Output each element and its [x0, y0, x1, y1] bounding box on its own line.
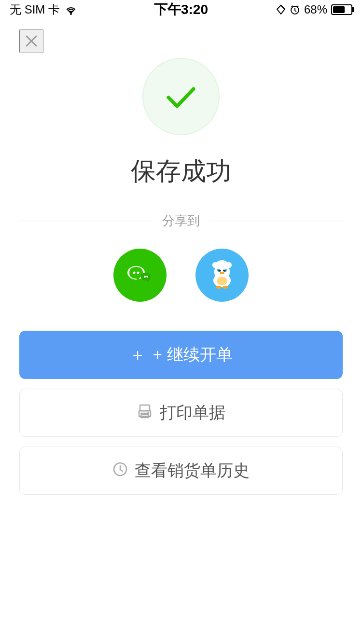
svg-point-26	[223, 286, 228, 289]
svg-line-37	[120, 470, 123, 471]
action-buttons: ＋ + 继续开单 打印单据	[19, 331, 343, 495]
svg-point-13	[144, 276, 146, 278]
close-button[interactable]	[19, 29, 43, 53]
share-divider: 分享到	[19, 212, 343, 229]
plus-icon: ＋	[129, 344, 146, 366]
svg-line-4	[295, 11, 296, 12]
svg-point-11	[133, 271, 135, 274]
battery-percent: 68%	[304, 3, 327, 16]
status-bar: 无 SIM 卡 下午3:20 68%	[0, 0, 362, 19]
share-icons	[113, 249, 249, 302]
svg-rect-30	[140, 405, 150, 411]
alarm-icon	[290, 4, 300, 15]
svg-point-25	[216, 286, 222, 289]
svg-point-29	[215, 260, 229, 270]
wechat-share-button[interactable]	[113, 249, 167, 302]
sim-status: 无 SIM 卡	[10, 2, 60, 17]
success-title: 保存成功	[131, 154, 231, 188]
svg-point-0	[70, 13, 72, 15]
wifi-icon	[64, 4, 78, 15]
svg-point-21	[224, 269, 225, 270]
checkmark-icon	[162, 77, 200, 116]
qq-share-button[interactable]	[195, 249, 249, 302]
divider-left	[19, 221, 153, 221]
battery-icon	[331, 4, 352, 15]
print-label: 打印单据	[160, 402, 225, 424]
status-time: 下午3:20	[154, 0, 208, 19]
main-content: 保存成功 分享到	[0, 19, 362, 644]
divider-right	[209, 221, 343, 221]
svg-line-1	[281, 5, 285, 9]
status-right: 68%	[276, 3, 352, 16]
location-icon	[276, 4, 286, 15]
svg-point-24	[217, 277, 227, 285]
close-icon	[23, 32, 40, 50]
svg-point-34	[148, 411, 149, 413]
clock-icon	[112, 462, 128, 480]
success-circle	[142, 58, 220, 135]
status-left: 无 SIM 卡	[10, 2, 78, 17]
svg-point-12	[137, 271, 139, 274]
continue-button[interactable]: ＋ + 继续开单	[19, 331, 343, 379]
printer-icon	[137, 404, 153, 422]
history-button[interactable]: 查看销货单历史	[19, 447, 343, 495]
history-label: 查看销货单历史	[135, 460, 250, 482]
continue-label: + 继续开单	[153, 344, 232, 366]
wechat-icon	[125, 262, 156, 289]
print-button[interactable]: 打印单据	[19, 389, 343, 437]
qq-icon	[207, 258, 238, 292]
svg-point-14	[146, 276, 148, 278]
share-label: 分享到	[162, 212, 200, 229]
